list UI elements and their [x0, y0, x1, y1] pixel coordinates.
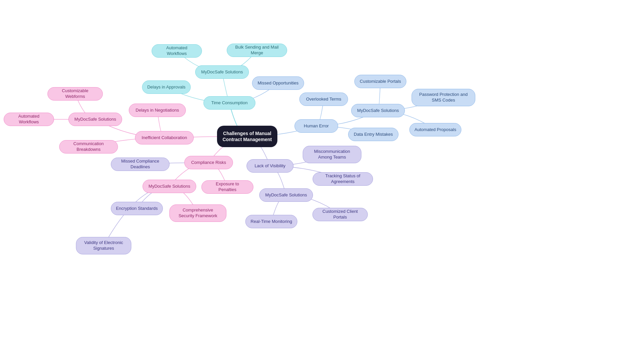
- node-compliance_risks: Compliance Risks: [184, 156, 233, 169]
- node-real_time_monitoring: Real-Time Monitoring: [246, 215, 298, 228]
- node-comprehensive_security: Comprehensive Security Framework: [169, 204, 226, 222]
- node-mydocsafe_solutions_cyan: MyDocSafe Solutions: [195, 65, 249, 79]
- node-automated_workflows_top: Automated Workflows: [152, 44, 202, 58]
- node-customizable_portals: Customizable Portals: [355, 75, 407, 88]
- node-mydocsafe_solutions_security: MyDocSafe Solutions: [351, 104, 405, 117]
- node-exposure_penalties: Exposure to Penalties: [202, 180, 254, 194]
- node-communication_breakdowns: Communication Breakdowns: [59, 140, 118, 154]
- node-data_entry_mistakes: Data Entry Mistakes: [348, 128, 398, 141]
- node-tracking_status: Tracking Status of Agreements: [313, 172, 373, 186]
- mindmap-container: Challenges of Manual Contract Management…: [0, 0, 644, 363]
- node-mydocsafe_solutions_compliance: MyDocSafe Solutions: [143, 180, 196, 193]
- node-customized_portals: Customized Client Portals: [313, 208, 368, 221]
- node-validity_esig: Validity of Electronic Signatures: [76, 237, 131, 254]
- node-delays_negotiations: Delays in Negotiations: [129, 104, 186, 117]
- node-miscommunication: Miscommunication Among Teams: [303, 146, 362, 163]
- node-inefficient_collab: Inefficient Collaboration: [135, 131, 194, 144]
- node-automated_workflows_left: Automated Workflows: [4, 113, 54, 126]
- node-delays_in_approvals: Delays in Approvals: [142, 80, 191, 94]
- node-missed_opportunities: Missed Opportunities: [252, 76, 304, 90]
- node-human_error: Human Error: [294, 119, 338, 133]
- node-encryption_standards: Encryption Standards: [111, 202, 163, 215]
- node-overlooked_terms: Overlooked Terms: [300, 93, 348, 106]
- node-mydocsafe_solutions_pink: MyDocSafe Solutions: [68, 113, 122, 126]
- node-lack_visibility: Lack of Visibility: [247, 159, 293, 173]
- node-time_consumption: Time Consumption: [204, 96, 256, 110]
- node-customizable_webforms: Customizable Webforms: [48, 87, 103, 101]
- node-automated_proposals: Automated Proposals: [410, 123, 462, 136]
- node-missed_compliance: Missed Compliance Deadlines: [111, 158, 170, 171]
- node-password_protection: Password Protection and SMS Codes: [412, 89, 475, 106]
- node-mydocsafe_solutions_visibility: MyDocSafe Solutions: [259, 188, 313, 202]
- node-center: Challenges of Manual Contract Management: [217, 126, 277, 147]
- node-bulk_sending: Bulk Sending and Mail Merge: [227, 44, 287, 57]
